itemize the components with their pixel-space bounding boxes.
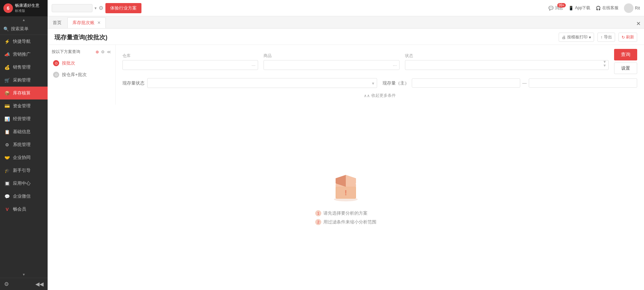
sidebar-item-enterprise[interactable]: 🤝 企业协同 bbox=[0, 151, 48, 164]
empty-state: ! 1 请先选择要分析的方案 2 用过滤条件来缩小分析范围 bbox=[48, 105, 644, 290]
stock-qty-to[interactable] bbox=[529, 78, 637, 88]
tab-home-label: 首页 bbox=[53, 20, 62, 26]
export-btn[interactable]: ↑ 导出 bbox=[597, 33, 615, 42]
tip-2-text: 用过滤条件来缩小分析范围 bbox=[323, 218, 376, 226]
sidebar-item-wechat[interactable]: 💬 企业微信 bbox=[0, 190, 48, 203]
sidebar: 6 畅康通好生意 标准版 ▲ 🔍 搜索菜单 ⚡ 快捷导航 📣 营销推广 💰 销售… bbox=[0, 0, 48, 290]
tip-1-text: 请先选择要分析的方案 bbox=[323, 209, 368, 218]
enterprise-icon: 🤝 bbox=[4, 155, 10, 161]
stock-qty-from[interactable] bbox=[412, 78, 520, 88]
product-filter-field: 商品 ··· bbox=[264, 53, 399, 70]
app-download-btn[interactable]: 📱 App下载 bbox=[569, 5, 590, 11]
member-icon: V bbox=[4, 206, 10, 212]
sidebar-item-member[interactable]: V 畅会员 bbox=[0, 203, 48, 216]
sidebar-item-finance[interactable]: 💳 资金管理 bbox=[0, 99, 48, 112]
messages-btn[interactable]: 💬 消息 99+ bbox=[548, 5, 563, 11]
beginner-icon: 🎓 bbox=[4, 167, 10, 174]
page-content: 现存量查询(按批次) 🖨 按模板打印 ▾ ↑ 导出 ↻ 刷新 bbox=[48, 29, 644, 290]
tab-home[interactable]: 首页 bbox=[48, 17, 67, 28]
search-menu-label: 搜索菜单 bbox=[11, 26, 29, 32]
sidebar-item-label: 畅会员 bbox=[13, 206, 26, 212]
sidebar-item-label: 采购管理 bbox=[13, 77, 31, 83]
tab-inventory-batch-label: 库存批次账 bbox=[72, 20, 95, 26]
sidebar-item-purchase[interactable]: 🛒 采购管理 bbox=[0, 74, 48, 87]
app-download-label: App下载 bbox=[575, 5, 590, 11]
batch-scheme-icon: ⊙ bbox=[53, 60, 59, 66]
sidebar-item-label: 经营管理 bbox=[13, 116, 31, 122]
app-info: 畅康通好生意 标准版 bbox=[15, 3, 39, 13]
add-scheme-icon[interactable]: ⊕ bbox=[96, 50, 99, 54]
settings-scheme-icon[interactable]: ⚙ bbox=[101, 50, 105, 54]
export-label: 导出 bbox=[604, 34, 612, 40]
sidebar-item-inventory[interactable]: 📦 库存核算 bbox=[0, 87, 48, 99]
system-icon: ⚙ bbox=[4, 142, 10, 148]
tip-1-num: 1 bbox=[315, 210, 321, 216]
query-btn[interactable]: 查询 bbox=[614, 49, 637, 60]
warehouse-more-icon[interactable]: ··· bbox=[252, 62, 256, 68]
search-input[interactable] bbox=[52, 4, 92, 12]
status-select[interactable] bbox=[405, 60, 609, 70]
product-more-icon[interactable]: ··· bbox=[393, 62, 397, 68]
empty-tip-2: 2 用过滤条件来缩小分析范围 bbox=[315, 218, 376, 226]
collapse-more-btn[interactable]: ∧∧ 收起更多条件 bbox=[122, 91, 637, 101]
warehouse-input[interactable] bbox=[122, 60, 258, 70]
close-tab-btn[interactable]: ✕ bbox=[636, 20, 641, 27]
sidebar-item-app-center[interactable]: 🔲 应用中心 bbox=[0, 177, 48, 190]
scroll-up-btn[interactable]: ▲ bbox=[0, 16, 48, 23]
stock-status-select[interactable] bbox=[147, 78, 377, 88]
tip-2-num: 2 bbox=[315, 219, 321, 225]
experience-btn[interactable]: 体验行业方案 bbox=[105, 3, 141, 13]
topbar-right: 💬 消息 99+ 📱 App下载 🎧 在线客服 Rit bbox=[548, 3, 640, 13]
dropdown-arrow-icon[interactable]: ▾ bbox=[95, 6, 97, 11]
purchase-icon: 🛒 bbox=[4, 77, 10, 83]
tab-close-icon[interactable]: ✕ bbox=[97, 20, 101, 25]
scroll-down-btn[interactable]: ▼ bbox=[0, 271, 48, 278]
company-name: 畅康通好生意 bbox=[15, 3, 39, 8]
collapse-scheme-icon[interactable]: ≪ bbox=[107, 50, 111, 54]
online-service-btn[interactable]: 🎧 在线客服 bbox=[596, 5, 618, 11]
tab-inventory-batch[interactable]: 库存批次账 ✕ bbox=[67, 17, 106, 28]
settings-icon[interactable]: ⚙ bbox=[4, 281, 9, 287]
print-btn[interactable]: 🖨 按模板打印 ▾ bbox=[559, 33, 594, 42]
sidebar-item-basic[interactable]: 📋 基础信息 bbox=[0, 125, 48, 138]
refresh-btn[interactable]: ↻ 刷新 bbox=[618, 33, 637, 42]
sidebar-item-marketing[interactable]: 📣 营销推广 bbox=[0, 48, 48, 61]
filter-option-by-warehouse-batch[interactable]: ⊙ 按仓库+批次 bbox=[48, 69, 115, 80]
sidebar-item-label: 快捷导航 bbox=[13, 38, 31, 44]
filter-row-2: 现存量状态 ▾ 现存量（主） — bbox=[122, 78, 637, 88]
inventory-icon: 📦 bbox=[4, 90, 10, 96]
printer-icon: 🖨 bbox=[562, 35, 566, 40]
sidebar-item-quick-nav[interactable]: ⚡ 快捷导航 bbox=[0, 35, 48, 48]
empty-tip-1: 1 请先选择要分析的方案 bbox=[315, 209, 376, 218]
warehouse-filter-field: 仓库 ··· bbox=[122, 53, 258, 70]
warehouse-label: 仓库 bbox=[122, 53, 258, 59]
settings-btn[interactable]: 设置 bbox=[614, 62, 637, 74]
settings-gear-icon[interactable]: ⚙ bbox=[99, 5, 103, 11]
collapse-sidebar-icon[interactable]: ◀◀ bbox=[35, 281, 44, 287]
wechat-icon: 💬 bbox=[4, 193, 10, 199]
stock-qty-label: 现存量（主） bbox=[383, 80, 409, 86]
search-menu-btn[interactable]: 🔍 搜索菜单 bbox=[0, 23, 48, 35]
version-label: 标准版 bbox=[15, 8, 39, 13]
app-logo: 6 bbox=[3, 3, 13, 13]
product-input-wrap: ··· bbox=[264, 60, 399, 70]
empty-illustration: ! bbox=[329, 168, 363, 202]
sidebar-item-label: 新手引导 bbox=[13, 167, 31, 174]
sidebar-item-label: 营销推广 bbox=[13, 51, 31, 57]
sidebar-item-operation[interactable]: 📊 经营管理 bbox=[0, 112, 48, 125]
user-profile-btn[interactable]: Rit bbox=[624, 3, 640, 13]
filter-row-1: 仓库 ··· 商品 ··· 状态 bbox=[122, 49, 637, 74]
product-input[interactable] bbox=[264, 60, 399, 70]
warehouse-batch-scheme-icon: ⊙ bbox=[53, 72, 59, 78]
sidebar-item-sales[interactable]: 💰 销售管理 bbox=[0, 61, 48, 74]
sidebar-item-label: 资金管理 bbox=[13, 103, 31, 109]
filter-option-label: 按批次 bbox=[62, 60, 75, 66]
sidebar-item-system[interactable]: ⚙ 系统管理 bbox=[0, 138, 48, 151]
filter-sidebar-icons: ⊕ ⚙ ≪ bbox=[96, 50, 111, 54]
filter-area: 按以下方案查询 ⊕ ⚙ ≪ ⊙ 按批次 ⊙ 按仓库+批次 bbox=[48, 45, 644, 105]
sidebar-item-beginner[interactable]: 🎓 新手引导 bbox=[0, 164, 48, 177]
svg-text:!: ! bbox=[344, 188, 347, 197]
empty-icon: ! bbox=[329, 168, 363, 202]
stock-qty-range: — bbox=[412, 78, 637, 88]
filter-option-by-batch[interactable]: ⊙ 按批次 bbox=[48, 57, 115, 69]
